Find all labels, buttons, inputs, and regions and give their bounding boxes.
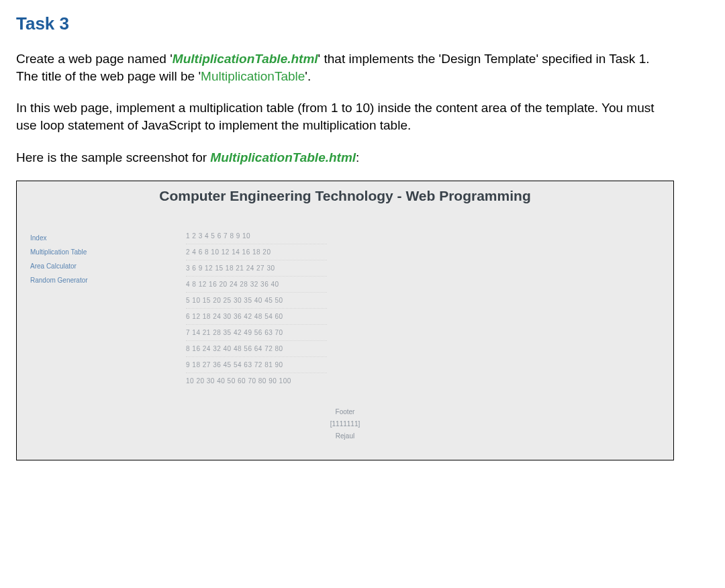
mult-row: 4 8 12 16 20 24 28 32 36 40 <box>186 277 327 293</box>
rendered-page: Computer Engineering Technology - Web Pr… <box>17 181 673 460</box>
p3-pre: Here is the sample screenshot for <box>16 150 210 164</box>
mult-row: 7 14 21 28 35 42 49 56 63 70 <box>186 325 327 341</box>
page-header-title: Computer Engineering Technology - Web Pr… <box>159 188 530 203</box>
mult-row: 2 4 6 8 10 12 14 16 18 20 <box>186 244 327 260</box>
mult-row: 1 2 3 4 5 6 7 8 9 10 <box>186 228 327 244</box>
p1-post: '. <box>305 69 311 83</box>
task-title: Task 3 <box>16 13 709 34</box>
mult-row: 3 6 9 12 15 18 21 24 27 30 <box>186 260 327 277</box>
page-body: Index Multiplication Table Area Calculat… <box>17 228 673 395</box>
sidebar-item-area[interactable]: Area Calculator <box>23 259 158 273</box>
page-footer: Footer [1111111] Rejaul <box>17 395 673 460</box>
footer-line-2: [1111111] <box>17 418 673 430</box>
p1-pre: Create a web page named ' <box>16 52 173 66</box>
footer-line-3: Rejaul <box>17 430 673 442</box>
mult-row: 6 12 18 24 30 36 42 48 54 60 <box>186 309 327 325</box>
task-paragraph-1: Create a web page named 'MultiplicationT… <box>16 50 661 85</box>
mult-row: 10 20 30 40 50 60 70 80 90 100 <box>186 373 327 389</box>
sidebar-item-index[interactable]: Index <box>23 231 158 245</box>
content-area: 1 2 3 4 5 6 7 8 9 10 2 4 6 8 10 12 14 16… <box>158 228 667 389</box>
mult-row: 9 18 27 36 45 54 63 72 81 90 <box>186 357 327 373</box>
sidebar-nav: Index Multiplication Table Area Calculat… <box>23 228 158 290</box>
footer-line-1: Footer <box>17 406 673 418</box>
p3-filename: MultiplicationTable.html <box>210 150 356 164</box>
p1-filename: MultiplicationTable.html <box>173 52 318 66</box>
sample-screenshot: Computer Engineering Technology - Web Pr… <box>16 181 674 460</box>
sidebar-item-random[interactable]: Random Generator <box>23 273 158 287</box>
task-paragraph-2: In this web page, implement a multiplica… <box>16 99 661 134</box>
mult-row: 8 16 24 32 40 48 56 64 72 80 <box>186 341 327 357</box>
sidebar-item-multiplication[interactable]: Multiplication Table <box>23 245 158 259</box>
p1-pagetitle: MultiplicationTable <box>201 69 305 83</box>
task-paragraph-3: Here is the sample screenshot for Multip… <box>16 149 661 166</box>
page-header: Computer Engineering Technology - Web Pr… <box>17 181 673 228</box>
mult-row: 5 10 15 20 25 30 35 40 45 50 <box>186 293 327 309</box>
p3-post: : <box>356 150 359 164</box>
